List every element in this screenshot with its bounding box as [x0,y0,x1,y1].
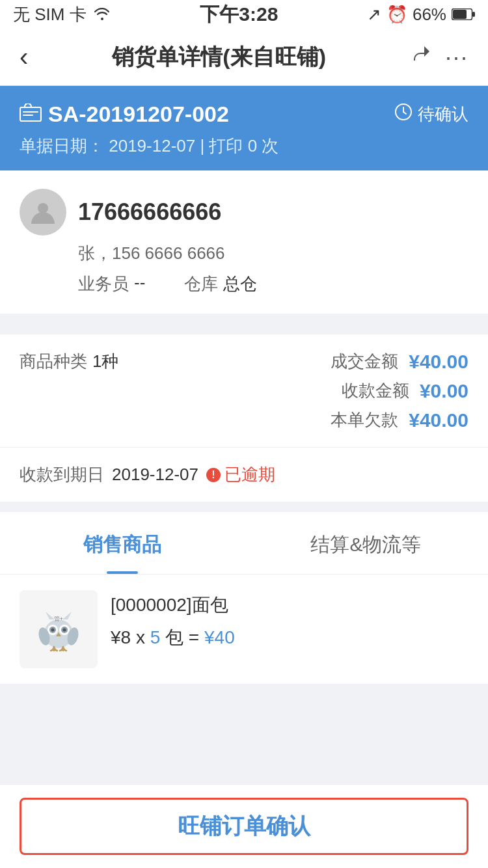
svg-rect-2 [453,10,467,19]
product-type-row: 商品种类 1种 [20,350,118,373]
more-icon[interactable]: ··· [445,44,468,71]
order-id-text: SA-20191207-002 [48,102,229,127]
salesperson-item: 业务员 -- [78,273,145,295]
status-text: 待确认 [418,103,468,126]
product-thumb-inner: 管+ [33,606,85,652]
alarm-icon: ⏰ [386,5,407,25]
customer-section: 17666666666 张，156 6666 6666 业务员 -- 仓库 总仓 [0,170,488,314]
warehouse-label: 仓库 [184,273,218,295]
summary-left: 商品种类 1种 [20,350,118,373]
battery-icon [452,5,475,25]
transaction-row: 成交金额 ¥40.00 [331,350,468,373]
product-type-label: 商品种类 [20,350,87,373]
status-time: 下午3:28 [200,1,278,28]
due-date-section: 收款到期日 2019-12-07 ! 已逾期 [0,448,488,502]
back-button[interactable]: ‹ [20,42,28,72]
transaction-value: ¥40.00 [409,351,468,373]
header-card: SA-20191207-002 待确认 单据日期： 2019-12-07 | 打… [0,86,488,170]
svg-rect-1 [472,12,475,17]
transaction-label: 成交金额 [331,350,398,373]
order-icon [20,102,42,127]
nav-actions: ··· [410,44,468,71]
header-date: 单据日期： 2019-12-07 | 打印 0 次 [20,135,468,157]
payment-label: 收款金额 [342,379,409,402]
warehouse-item: 仓库 总仓 [184,273,257,295]
confirm-order-button[interactable]: 旺铺订单确认 [20,798,468,855]
product-type-value: 1种 [92,350,118,373]
tab-sales-products[interactable]: 销售商品 [0,512,244,574]
product-total: ¥40 [204,627,235,647]
product-section: 管+ [0000002]面包 ¥8 x 5 包 = ¥40 [0,575,488,684]
svg-rect-3 [20,107,41,121]
svg-point-5 [38,203,48,213]
warehouse-value: 总仓 [223,273,257,295]
product-thumbnail: 管+ [20,590,98,668]
status-bar: 无 SIM 卡 下午3:28 ↗ ⏰ 66% [0,0,488,29]
svg-text:管+: 管+ [54,616,63,622]
svg-marker-15 [62,612,72,619]
salesperson-label: 业务员 [78,273,129,295]
svg-point-12 [63,629,66,632]
section-divider-2 [0,502,488,512]
owed-value: ¥40.00 [409,409,468,431]
wifi-icon [93,5,111,25]
bottom-bar: 旺铺订单确认 [0,784,488,868]
order-id: SA-20191207-002 [20,102,229,127]
customer-meta: 业务员 -- 仓库 总仓 [78,273,468,295]
tabs-section: 销售商品 结算&物流等 [0,512,488,575]
product-item: 管+ [0000002]面包 ¥8 x 5 包 = ¥40 [20,590,468,668]
summary-section: 商品种类 1种 成交金额 ¥40.00 收款金额 ¥0.00 本单欠款 ¥40.… [0,334,488,447]
avatar [20,189,66,236]
customer-phone: 17666666666 [78,198,221,226]
owed-row: 本单欠款 ¥40.00 [331,409,468,431]
location-icon: ↗ [367,5,381,25]
due-date-label: 收款到期日 [20,463,104,486]
overdue-text: 已逾期 [224,463,275,486]
overdue-dot-icon: ! [206,468,221,482]
due-date-value: 2019-12-07 [112,465,198,485]
owed-label: 本单欠款 [331,409,398,431]
payment-row: 收款金额 ¥0.00 [342,379,468,402]
product-name: [0000002]面包 [111,593,468,617]
nav-bar: ‹ 销货单详情(来自旺铺) ··· [0,29,488,86]
product-price: ¥8 x 5 包 = ¥40 [111,625,468,650]
battery-text: 66% [413,5,446,25]
tabs-row: 销售商品 结算&物流等 [0,512,488,575]
payment-value: ¥0.00 [420,380,468,402]
tab-settlement-logistics[interactable]: 结算&物流等 [244,512,488,574]
customer-name: 张，156 6666 6666 [78,242,468,265]
status-right: ↗ ⏰ 66% [367,5,475,25]
share-icon[interactable] [410,44,432,71]
customer-row: 17666666666 [20,189,468,236]
product-info: [0000002]面包 ¥8 x 5 包 = ¥40 [111,590,468,650]
product-qty: 5 [150,627,161,647]
svg-point-11 [51,629,55,632]
status-badge: 待确认 [394,103,468,126]
status-left: 无 SIM 卡 [13,3,111,26]
page-title: 销货单详情(来自旺铺) [112,42,326,72]
overdue-badge: ! 已逾期 [206,463,275,486]
clock-icon [394,103,413,126]
salesperson-value: -- [134,273,145,295]
summary-right: 成交金额 ¥40.00 收款金额 ¥0.00 本单欠款 ¥40.00 [331,350,468,431]
section-divider-1 [0,324,488,334]
no-sim-text: 无 SIM 卡 [13,3,87,26]
